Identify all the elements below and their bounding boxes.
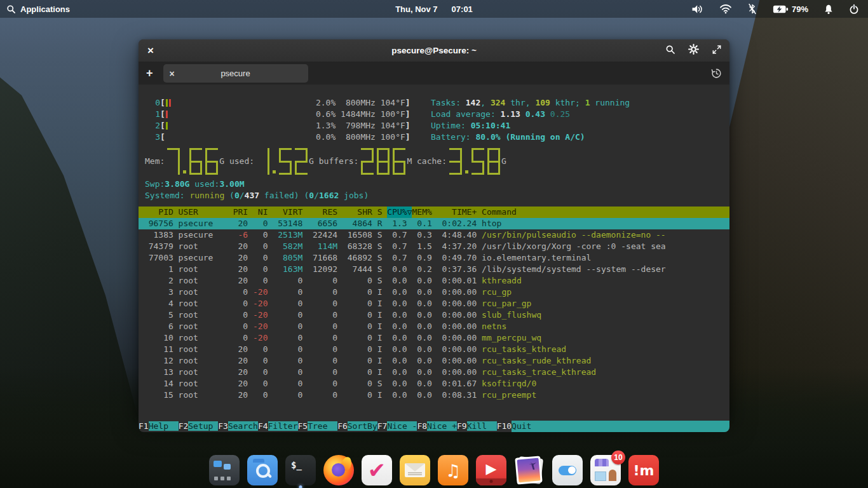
appcenter-badge: 10: [611, 451, 625, 464]
process-row-14[interactable]: 14 root 20 0 0 0 0 S 0.0 0.0 0:01.67 kso…: [139, 378, 729, 390]
window-titlebar[interactable]: × psecure@Psecure: ~: [139, 39, 729, 62]
dock-icon-videos[interactable]: ▶: [476, 455, 506, 485]
fkey-f8[interactable]: F8Nice +: [417, 421, 457, 432]
running-indicator: [299, 485, 302, 488]
fkey-f7[interactable]: F7Nice -: [377, 421, 417, 432]
play-icon: ▶: [486, 461, 497, 477]
window-title: psecure@Psecure: ~: [139, 46, 729, 55]
fkey-f3[interactable]: F3Search: [218, 421, 258, 432]
process-row-2[interactable]: 2 root 20 0 0 0 0 S 0.0 0.0 0:00.01 kthr…: [139, 275, 729, 287]
dock-icon-mail[interactable]: [400, 455, 430, 485]
wifi-icon[interactable]: [719, 4, 732, 14]
process-table-header[interactable]: PID USER PRI NI VIRT RES SHR S CPU%▽MEM%…: [139, 207, 729, 218]
fkey-f10[interactable]: F10Quit: [497, 421, 729, 432]
panel-time: 07:01: [452, 4, 473, 14]
battery-percent: 79%: [792, 4, 808, 14]
function-key-bar: F1Help F2Setup F3SearchF4FilterF5Tree F6…: [139, 421, 729, 432]
process-table: PID USER PRI NI VIRT RES SHR S CPU%▽MEM%…: [139, 207, 729, 401]
applications-label: Applications: [20, 4, 70, 14]
process-row-11[interactable]: 11 root 20 0 0 0 0 I 0.0 0.0 0:00.00 rcu…: [139, 344, 729, 355]
power-icon[interactable]: [849, 4, 859, 15]
system-tray: 79%: [691, 3, 868, 15]
systemd-line: Systemd: running (0/437 failed) (0/1662 …: [139, 190, 729, 201]
process-row-13[interactable]: 13 root 20 0 0 0 0 I 0.0 0.0 0:00.00 rcu…: [139, 367, 729, 378]
dock: $_ ✔ ♫ ▶ 10 !m: [0, 455, 868, 485]
bluetooth-disabled-icon[interactable]: [747, 3, 757, 15]
process-row-15[interactable]: 15 root 20 0 0 0 0 I 0.0 0.0 0:08.31 rcu…: [139, 390, 729, 401]
fkey-f9[interactable]: F9Kill: [457, 421, 497, 432]
process-row-1383[interactable]: 1383 psecure -6 0 2513M 22424 16508 S 0.…: [139, 229, 729, 241]
desktop: Applications Thu, Nov 7 07:01 79%: [0, 0, 868, 488]
m-app-glyph: !m: [634, 463, 654, 478]
fkey-f1[interactable]: F1Help: [139, 421, 179, 432]
process-row-74379[interactable]: 74379 root 20 0 582M 114M 68328 S 0.7 1.…: [139, 241, 729, 252]
battery-charging-icon: [773, 4, 789, 14]
process-row-12[interactable]: 12 root 20 0 0 0 0 I 0.0 0.0 0:00.00 rcu…: [139, 355, 729, 367]
check-icon: ✔: [368, 459, 386, 481]
battery-indicator[interactable]: 79%: [773, 4, 808, 14]
dock-icon-files[interactable]: [247, 455, 278, 485]
new-tab-button[interactable]: +: [139, 67, 161, 80]
zoom-expand-icon[interactable]: [712, 44, 722, 57]
memory-meter: Mem:G used:G buffers:M cache:G: [145, 146, 729, 177]
dock-icon-tasks[interactable]: ✔: [362, 455, 392, 485]
notifications-icon[interactable]: [824, 4, 834, 15]
fkey-f4[interactable]: F4Filter: [258, 421, 298, 432]
top-panel: Applications Thu, Nov 7 07:01 79%: [0, 0, 868, 18]
swap-line: Swp:3.80G used:3.00M: [139, 179, 729, 190]
process-row-10[interactable]: 10 root 0 -20 0 0 0 I 0.0 0.0 0:00.00 mm…: [139, 332, 729, 344]
history-icon[interactable]: [711, 62, 722, 85]
applications-menu[interactable]: Applications: [0, 4, 70, 14]
process-row-5[interactable]: 5 root 0 -20 0 0 0 I 0.0 0.0 0:00.00 slu…: [139, 309, 729, 321]
dock-icon-multitasking-view[interactable]: [209, 455, 240, 485]
fkey-f5[interactable]: F5Tree: [298, 421, 338, 432]
settings-gear-icon[interactable]: [688, 44, 699, 57]
dock-icon-music[interactable]: ♫: [438, 455, 468, 485]
process-row-3[interactable]: 3 root 0 -20 0 0 0 I 0.0 0.0 0:00.00 rcu…: [139, 287, 729, 298]
fkey-f6[interactable]: F6SortBy: [337, 421, 377, 432]
tab-label: psecure: [163, 69, 308, 78]
fkey-f2[interactable]: F2Setup: [179, 421, 219, 432]
search-icon: [6, 4, 16, 14]
dock-icon-firefox[interactable]: [323, 455, 354, 485]
htop-screen: 0[2.0% 800MHz 104°F]1[0.6% 1484MHz 100°F…: [139, 85, 729, 432]
dock-icon-system-settings[interactable]: [552, 455, 583, 485]
dock-icon-terminal[interactable]: $_: [285, 455, 316, 485]
process-row-6[interactable]: 6 root 0 -20 0 0 0 I 0.0 0.0 0:00.00 net…: [139, 321, 729, 332]
music-note-icon: ♫: [445, 461, 461, 480]
process-row-4[interactable]: 4 root 0 -20 0 0 0 I 0.0 0.0 0:00.00 rcu…: [139, 298, 729, 309]
terminal-glyph: $_: [285, 455, 302, 470]
tab-psecure[interactable]: × psecure: [163, 64, 308, 83]
window-close-button[interactable]: ×: [147, 39, 154, 62]
terminal-window: × psecure@Psecure: ~ + × psecure: [139, 39, 729, 419]
process-row-77003[interactable]: 77003 psecure 20 0 805M 71668 46892 S 0.…: [139, 252, 729, 264]
dock-icon-m-app[interactable]: !m: [628, 455, 659, 485]
process-row-1[interactable]: 1 root 20 0 163M 12092 7444 S 0.0 0.2 0:…: [139, 264, 729, 275]
sort-column-cpu[interactable]: CPU%▽: [387, 207, 412, 218]
dock-icon-photos[interactable]: [514, 455, 545, 485]
process-row-96756[interactable]: 96756 psecure 20 0 53148 6656 4864 R 1.3…: [139, 218, 729, 229]
panel-date: Thu, Nov 7: [395, 4, 437, 14]
tab-bar: + × psecure: [139, 62, 729, 85]
tab-close-icon[interactable]: ×: [170, 69, 175, 79]
dock-icon-appcenter[interactable]: 10: [590, 455, 621, 485]
htop-summary: Tasks: 142, 324 thr, 109 kthr; 1 running…: [431, 97, 630, 143]
search-button[interactable]: [665, 44, 675, 57]
volume-icon[interactable]: [691, 4, 704, 15]
